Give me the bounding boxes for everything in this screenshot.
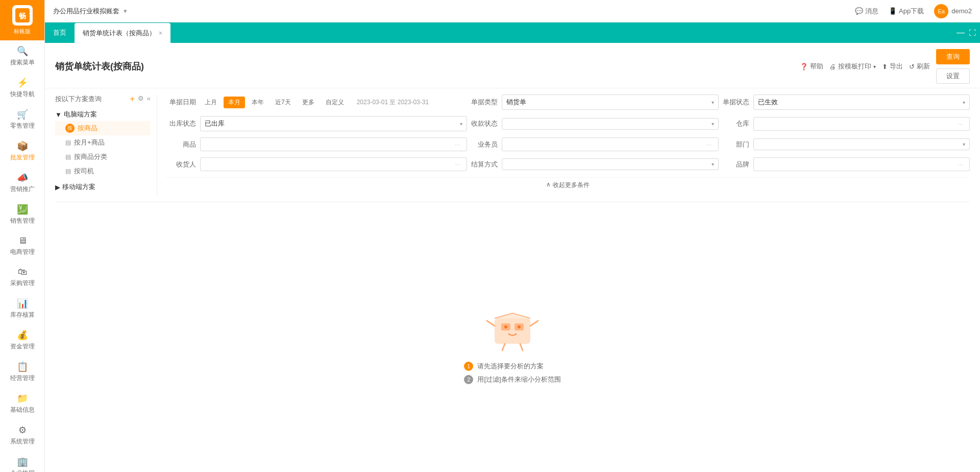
salesperson-dots[interactable]: ···	[704, 140, 714, 148]
date-tab-last-month[interactable]: 上月	[200, 97, 222, 108]
tab-home[interactable]: 首页	[45, 22, 75, 43]
date-tab-7days[interactable]: 近7天	[271, 97, 296, 108]
sidebar-label-retail: 零售管理	[10, 122, 35, 130]
hint-text-1: 请先选择要分析的方案	[477, 362, 544, 371]
minimize-icon[interactable]: —	[957, 28, 965, 37]
sidebar-item-wholesale[interactable]: 📦 批发管理	[0, 135, 44, 167]
collapse-bar[interactable]: ∧ 收起更多条件	[165, 177, 970, 193]
tab-close-icon[interactable]: ×	[159, 30, 162, 37]
page-content: 销货单统计表(按商品) ❓ 帮助 🖨 按模板打印 ▾ ⬆ 导出 ↺ 刷新	[45, 43, 980, 472]
date-tab-custom[interactable]: 自定义	[321, 97, 349, 108]
filter-row-1: 单据日期 上月 本月 本年 近7天 更多 自定义 2023-03-01 至 20…	[165, 95, 970, 110]
scheme-group-pc-title[interactable]: ▼ 电脑端方案	[55, 108, 151, 121]
print-btn[interactable]: 🖨 按模板打印 ▾	[829, 62, 876, 71]
sidebar-item-ops[interactable]: 📋 经营管理	[0, 356, 44, 388]
sidebar-item-ecommerce[interactable]: 🖥 电商管理	[0, 230, 44, 262]
scheme-group-mobile-label: 移动端方案	[62, 182, 95, 192]
tab-bar: 首页 销货单统计表（按商品） × — ⛶	[45, 22, 980, 43]
message-btn[interactable]: 💬 消息	[855, 7, 878, 16]
department-select[interactable]: ▾	[753, 138, 970, 150]
payment-status-dropdown-icon: ▾	[712, 121, 714, 127]
sidebar-item-quick-nav[interactable]: ⚡ 快捷导航	[0, 72, 44, 104]
warehouse2-dots[interactable]: ···	[955, 120, 965, 128]
sidebar-item-base[interactable]: 📁 基础信息	[0, 388, 44, 419]
date-tab-this-year[interactable]: 本年	[247, 97, 268, 108]
doc-type-select[interactable]: 销货单 ▾	[502, 95, 719, 110]
date-tab-this-month[interactable]: 本月	[224, 97, 245, 108]
filter-row-4: 收货人 ··· 结算方式 ▾ 品牌	[165, 157, 970, 171]
dropdown-arrow-icon[interactable]: ▾	[124, 7, 127, 15]
sidebar-label-finance: 资金管理	[10, 342, 35, 351]
filter-form: 单据日期 上月 本月 本年 近7天 更多 自定义 2023-03-01 至 20…	[157, 95, 970, 196]
empty-hint-2: 2 用[过滤]条件来缩小分析范围	[464, 375, 560, 384]
scheme-item-by-month-product[interactable]: ▤ 按月+商品	[55, 135, 151, 150]
sidebar-label-quick-nav: 快捷导航	[10, 90, 35, 99]
payment-status-field: 收款状态 ▾	[467, 118, 719, 130]
settlement-select[interactable]: ▾	[502, 158, 719, 170]
export-icon: ⬆	[882, 63, 888, 70]
doc-status-label: 单据状态	[719, 98, 749, 107]
sidebar-logo: 畅 标账版	[0, 0, 44, 40]
help-icon: ❓	[800, 63, 808, 70]
refresh-btn[interactable]: ↺ 刷新	[909, 62, 930, 71]
sidebar-item-finance[interactable]: 💰 资金管理	[0, 324, 44, 356]
receiver-input[interactable]: ···	[200, 157, 467, 171]
maximize-icon[interactable]: ⛶	[969, 29, 976, 37]
setting-button[interactable]: 设置	[936, 68, 970, 84]
export-btn[interactable]: ⬆ 导出	[882, 62, 903, 71]
refresh-icon: ↺	[909, 63, 915, 70]
receiver-dots[interactable]: ···	[453, 160, 462, 168]
tab-sales-stat[interactable]: 销货单统计表（按商品） ×	[75, 23, 170, 43]
page-actions: ❓ 帮助 🖨 按模板打印 ▾ ⬆ 导出 ↺ 刷新 查询	[800, 49, 970, 84]
sidebar-item-system[interactable]: ⚙ 系统管理	[0, 419, 44, 451]
product-dots[interactable]: ···	[453, 140, 462, 148]
sidebar-item-sales[interactable]: 💹 销售管理	[0, 199, 44, 230]
scheme-group-mobile-arrow-icon: ▶	[55, 183, 60, 191]
topbar-right: 💬 消息 📱 App下载 Ea demo2	[855, 4, 972, 18]
hint-num-2: 2	[464, 375, 473, 384]
filter-area: 按以下方案查询 + ⚙ « ▼ 电脑端方案 按 按商品	[45, 88, 980, 202]
scheme-item-by-product[interactable]: 按 按商品	[55, 121, 151, 135]
department-field: 部门 ▾	[719, 138, 970, 150]
sidebar-label-wholesale: 批发管理	[10, 153, 35, 162]
payment-status-label: 收款状态	[467, 119, 498, 128]
warehouse2-input[interactable]: ···	[753, 117, 970, 131]
sidebar-item-inventory[interactable]: 📊 库存核算	[0, 293, 44, 324]
main-area: 办公用品行业模拟账套 ▾ 💬 消息 📱 App下载 Ea demo2 首页	[45, 0, 980, 472]
svg-point-5	[504, 325, 507, 328]
help-btn[interactable]: ❓ 帮助	[800, 62, 823, 71]
date-field: 单据日期 上月 本月 本年 近7天 更多 自定义 2023-03-01 至 20…	[165, 97, 467, 108]
scheme-item-by-driver[interactable]: ▤ 按司机	[55, 164, 151, 178]
tab-sales-stat-label: 销货单统计表（按商品）	[83, 29, 156, 38]
scheme-collapse-icon[interactable]: «	[147, 95, 151, 104]
tab-home-label: 首页	[53, 28, 66, 37]
payment-status-select[interactable]: ▾	[502, 118, 719, 130]
sidebar-nav: 🔍 搜索菜单 ⚡ 快捷导航 🛒 零售管理 📦 批发管理 📣 营销推广 💹 销售管…	[0, 40, 44, 472]
sidebar-item-retail[interactable]: 🛒 零售管理	[0, 104, 44, 135]
sidebar-icon-system: ⚙	[18, 424, 27, 436]
scheme-item-by-category[interactable]: ▤ 按商品分类	[55, 150, 151, 164]
date-tab-more[interactable]: 更多	[298, 97, 319, 108]
sidebar-item-enterprise[interactable]: 🏢 企业协同	[0, 451, 44, 472]
brand-dots[interactable]: ···	[955, 160, 965, 168]
sidebar-label-base: 基础信息	[10, 406, 35, 414]
brand-input[interactable]: ···	[753, 157, 970, 171]
sidebar-item-search[interactable]: 🔍 搜索菜单	[0, 40, 44, 72]
user-info[interactable]: Ea demo2	[934, 4, 972, 18]
sidebar-item-marketing[interactable]: 📣 营销推广	[0, 167, 44, 199]
svg-point-6	[518, 325, 521, 328]
salesperson-input[interactable]: ···	[502, 137, 719, 151]
collapse-label: 收起更多条件	[553, 181, 590, 190]
receiver-label: 收货人	[165, 160, 196, 169]
warehouse-status-select[interactable]: 已出库 ▾	[200, 116, 467, 131]
sidebar-icon-purchase: 🛍	[18, 267, 27, 277]
doc-status-select[interactable]: 已生效 ▾	[753, 95, 970, 110]
query-button[interactable]: 查询	[936, 49, 970, 64]
sidebar-item-purchase[interactable]: 🛍 采购管理	[0, 262, 44, 293]
sidebar-icon-retail: 🛒	[17, 109, 28, 120]
scheme-setting-icon[interactable]: ⚙	[138, 95, 144, 104]
app-download-btn[interactable]: 📱 App下载	[889, 7, 924, 16]
scheme-add-btn[interactable]: +	[130, 95, 134, 104]
scheme-group-mobile-title[interactable]: ▶ 移动端方案	[55, 180, 151, 194]
product-input[interactable]: ···	[200, 137, 467, 151]
